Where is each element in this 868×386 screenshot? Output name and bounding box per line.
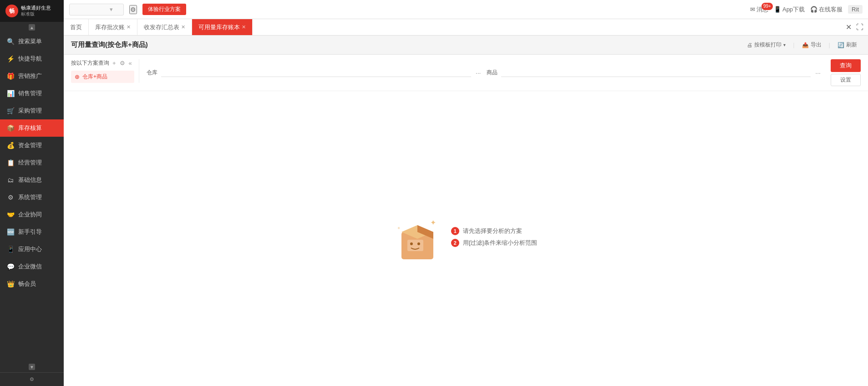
tabbar: 首页 库存批次账 ✕ 收发存汇总表 ✕ 可用量库存账本 ✕ ✕ ⛶ — [64, 19, 868, 36]
guide-icon: 🆕 — [6, 228, 15, 236]
search-icon: 🔍 — [6, 38, 15, 45]
sidebar-item-system[interactable]: ⚙ 系统管理 — [0, 189, 64, 206]
filter-row-1: 仓库 ··· 商品 ··· 查询 设置 — [147, 59, 861, 86]
messages-badge: 99+ — [761, 3, 773, 10]
topbar-gear-button[interactable]: ⚙ — [129, 5, 137, 14]
industry-solution-button[interactable]: 体验行业方案 — [142, 4, 186, 15]
scheme-item-icon: ⊕ — [75, 73, 80, 80]
marketing-icon: 🎁 — [6, 72, 15, 80]
sales-icon: 📊 — [6, 90, 15, 97]
sidebar-item-sales[interactable]: 📊 销售管理 — [0, 85, 64, 102]
export-button[interactable]: 📤 导出 — [798, 39, 825, 51]
brand-tag: 标准版 — [21, 11, 51, 17]
filter-settings-scheme-button[interactable]: ⚙ — [119, 59, 126, 67]
sidebar-item-inventory[interactable]: 📦 库存核算 — [0, 119, 64, 137]
sidebar-item-label: 采购管理 — [18, 107, 42, 115]
tab-batch-ledger-close[interactable]: ✕ — [127, 24, 131, 30]
sidebar-item-basic[interactable]: 🗂 基础信息 — [0, 171, 64, 189]
tab-close-button[interactable]: ✕ — [845, 22, 853, 32]
print-by-template-button[interactable]: 🖨 按模板打印 ▾ — [743, 39, 789, 51]
tab-home[interactable]: 首页 — [64, 19, 89, 35]
sidebar-item-member[interactable]: 👑 畅会员 — [0, 275, 64, 293]
sidebar-scroll-up[interactable]: ▲ — [29, 24, 35, 31]
sidebar-item-label: 销售管理 — [18, 89, 42, 98]
sidebar-item-label: 经营管理 — [18, 159, 42, 167]
purchase-icon: 🛒 — [6, 107, 15, 114]
empty-illustration: ✦ ✦ — [395, 216, 440, 262]
filter-add-scheme-button[interactable]: + — [112, 59, 117, 67]
sidebar-item-label: 企业协同 — [18, 211, 42, 219]
empty-tip-1: 1 请先选择要分析的方案 — [451, 227, 537, 235]
headset-icon: 🎧 — [810, 6, 817, 13]
tabbar-actions: ✕ ⛶ — [841, 22, 868, 32]
sidebar-item-label: 库存核算 — [18, 124, 42, 132]
app-download-button[interactable]: 📱 App下载 — [774, 5, 805, 14]
sidebar-item-purchase[interactable]: 🛒 采购管理 — [0, 102, 64, 119]
warehouse-filter-field: 仓库 ··· — [147, 68, 482, 77]
settings-button[interactable]: 设置 — [831, 74, 861, 86]
sidebar-item-label: 企业微信 — [18, 262, 42, 271]
filter-scheme-panel: 按以下方案查询 + ⚙ « ⊕ 仓库+商品 — [71, 59, 139, 83]
sidebar-item-label: 资金管理 — [18, 141, 42, 149]
sidebar-item-guide[interactable]: 🆕 新手引导 — [0, 223, 64, 241]
filter-scheme-label: 按以下方案查询 — [71, 59, 109, 67]
filter-collapse-button[interactable]: « — [128, 59, 132, 67]
topbar-search-box[interactable]: ▾ — [69, 4, 124, 15]
filter-main-panel: 仓库 ··· 商品 ··· 查询 设置 — [139, 59, 861, 86]
cooperation-icon: 🤝 — [6, 211, 15, 218]
sidebar-item-operation[interactable]: 📋 经营管理 — [0, 154, 64, 171]
sidebar-item-label: 搜索菜单 — [18, 37, 42, 46]
refresh-button[interactable]: 🔄 刷新 — [834, 39, 861, 51]
phone-icon: 📱 — [774, 6, 781, 13]
sidebar-item-app-center[interactable]: 📱 应用中心 — [0, 241, 64, 258]
operation-icon: 📋 — [6, 159, 15, 166]
svg-text:✦: ✦ — [430, 219, 436, 226]
sidebar: 畅 畅康通好生意 标准版 ▲ 🔍 搜索菜单 ⚡ 快捷导航 🎁 营销推广 📊 销售… — [0, 0, 64, 386]
page-title: 可用量查询(按仓库+商品) — [71, 41, 148, 49]
empty-tips: 1 请先选择要分析的方案 2 用[过滤]条件来缩小分析范围 — [451, 227, 537, 251]
goods-more-button[interactable]: ··· — [814, 68, 822, 77]
topbar-dropdown-icon[interactable]: ▾ — [110, 6, 113, 13]
system-icon: ⚙ — [6, 194, 15, 201]
inventory-icon: 📦 — [6, 124, 15, 132]
sidebar-item-label: 快捷导航 — [18, 55, 42, 63]
warehouse-label: 仓库 — [147, 69, 157, 77]
tab-batch-ledger[interactable]: 库存批次账 ✕ — [89, 19, 137, 35]
filter-scheme-item-warehouse-goods[interactable]: ⊕ 仓库+商品 — [71, 71, 134, 83]
tab-available-ledger-close[interactable]: ✕ — [242, 24, 246, 30]
online-service-button[interactable]: 🎧 在线客服 — [810, 5, 843, 14]
tab-stock-summary[interactable]: 收发存汇总表 ✕ — [137, 19, 192, 35]
message-icon: ✉ — [750, 6, 755, 13]
tab-stock-summary-close[interactable]: ✕ — [181, 24, 185, 30]
print-dropdown-icon[interactable]: ▾ — [783, 42, 786, 47]
sidebar-item-label: 新手引导 — [18, 228, 42, 236]
warehouse-more-button[interactable]: ··· — [475, 68, 482, 77]
sidebar-item-marketing[interactable]: 🎁 营销推广 — [0, 67, 64, 85]
sidebar-item-wechat[interactable]: 💬 企业微信 — [0, 258, 64, 275]
messages-button[interactable]: ✉ 消息 99+ — [750, 5, 768, 14]
brand-area: 畅 畅康通好生意 标准版 — [0, 0, 64, 22]
sidebar-scroll-down[interactable]: ▼ — [29, 364, 35, 370]
filter-area: 按以下方案查询 + ⚙ « ⊕ 仓库+商品 仓库 ··· — [64, 55, 868, 91]
sidebar-item-quick-nav[interactable]: ⚡ 快捷导航 — [0, 50, 64, 67]
sidebar-item-search[interactable]: 🔍 搜索菜单 — [0, 33, 64, 50]
goods-input[interactable] — [501, 68, 811, 77]
sidebar-item-cooperation[interactable]: 🤝 企业协同 — [0, 206, 64, 223]
basic-icon: 🗂 — [6, 176, 15, 184]
query-button[interactable]: 查询 — [831, 59, 861, 72]
tab-available-ledger[interactable]: 可用量库存账本 ✕ — [192, 19, 253, 35]
sidebar-item-finance[interactable]: 💰 资金管理 — [0, 137, 64, 154]
user-menu-button[interactable]: Rit — [848, 5, 863, 14]
warehouse-input[interactable] — [161, 68, 471, 77]
page-header-actions: 🖨 按模板打印 ▾ | 📤 导出 | 🔄 刷新 — [743, 39, 861, 51]
wechat-icon: 💬 — [6, 263, 15, 270]
quick-nav-icon: ⚡ — [6, 55, 15, 62]
tab-maximize-button[interactable]: ⛶ — [855, 22, 864, 32]
topbar: ▾ ⚙ 体验行业方案 ✉ 消息 99+ 📱 App下载 🎧 在线客服 Rit — [64, 0, 868, 19]
app-center-icon: 📱 — [6, 246, 15, 253]
sidebar-nav: 🔍 搜索菜单 ⚡ 快捷导航 🎁 营销推广 📊 销售管理 🛒 采购管理 📦 库存核… — [0, 33, 64, 361]
topbar-search-input[interactable] — [73, 6, 110, 13]
svg-text:✦: ✦ — [397, 226, 401, 231]
sidebar-item-label: 应用中心 — [18, 245, 42, 253]
member-icon: 👑 — [6, 280, 15, 288]
